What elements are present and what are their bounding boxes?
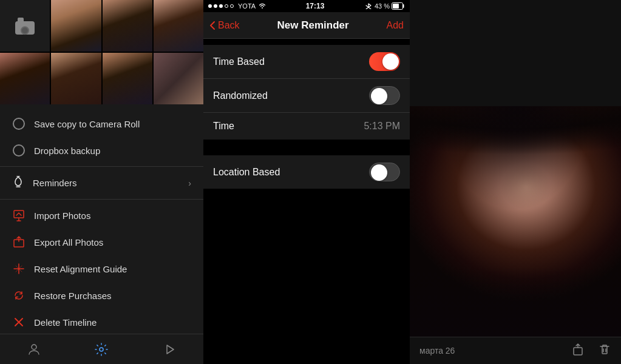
- divider-2: [0, 199, 203, 200]
- import-icon: [12, 209, 25, 222]
- signal-dot-2: [214, 4, 217, 8]
- save-copy-item[interactable]: Save copy to Camera Roll: [0, 110, 203, 137]
- tab-play[interactable]: [151, 337, 188, 362]
- bluetooth-icon: [364, 3, 373, 9]
- signal-dot-3: [219, 4, 223, 8]
- svg-rect-0: [14, 211, 24, 218]
- photo-3[interactable]: [154, 0, 203, 52]
- back-label: Back: [218, 20, 240, 31]
- battery-icon: [392, 2, 405, 10]
- randomized-label: Randomized: [213, 90, 268, 101]
- tab-profile[interactable]: [16, 337, 52, 362]
- reminder-content: Time Based Randomized Time 5:13 PM Locat…: [203, 39, 410, 364]
- wifi-icon: [259, 3, 266, 9]
- time-based-label: Time Based: [213, 56, 265, 67]
- nav-title: New Reminder: [277, 19, 349, 32]
- export-item[interactable]: Export All Photos: [0, 229, 203, 255]
- reset-item[interactable]: Reset Alignment Guide: [0, 255, 203, 282]
- dropbox-item[interactable]: Dropbox backup: [0, 137, 203, 164]
- middle-panel: YOTA 17:13 43 % Back: [203, 0, 410, 364]
- location-based-row: Location Based: [203, 155, 410, 189]
- add-button[interactable]: Add: [387, 20, 404, 31]
- photo-2[interactable]: [103, 0, 152, 52]
- save-copy-checkbox-icon: [12, 117, 25, 130]
- save-copy-label: Save copy to Camera Roll: [34, 119, 140, 129]
- delete-icon: [12, 315, 25, 329]
- bottom-actions: [572, 343, 611, 359]
- nav-bar: Back New Reminder Add: [203, 12, 410, 39]
- signal-dot-4: [225, 4, 228, 8]
- delete-button[interactable]: [598, 343, 611, 359]
- right-top-area: [410, 0, 621, 106]
- reminders-icon: [12, 176, 24, 190]
- time-section: Time Based Randomized Time 5:13 PM: [203, 45, 410, 140]
- export-label: Export All Photos: [34, 237, 103, 248]
- back-button[interactable]: Back: [209, 20, 240, 31]
- photo-grid: [0, 0, 203, 104]
- battery-label: 43 %: [375, 2, 390, 10]
- share-button[interactable]: [572, 343, 586, 359]
- svg-rect-5: [393, 4, 399, 8]
- randomized-toggle[interactable]: [369, 86, 400, 105]
- restore-item[interactable]: Restore Purchases: [0, 282, 203, 309]
- time-based-toggle-knob: [382, 53, 399, 70]
- tab-settings[interactable]: [83, 337, 120, 362]
- right-photo[interactable]: [410, 106, 621, 337]
- reminders-item[interactable]: Reminders ›: [0, 169, 203, 197]
- photo-6[interactable]: [103, 53, 152, 104]
- svg-rect-6: [574, 348, 582, 355]
- dropbox-checkbox-icon: [12, 144, 25, 157]
- carrier-label: YOTA: [238, 2, 256, 10]
- status-bar: YOTA 17:13 43 %: [203, 0, 410, 12]
- randomized-row: Randomized: [203, 79, 410, 113]
- time-label: 17:13: [306, 2, 325, 10]
- restore-label: Restore Purchases: [34, 291, 112, 301]
- time-value: 5:13 PM: [364, 121, 400, 132]
- delete-label: Delete Timeline: [34, 317, 97, 328]
- time-based-row: Time Based: [203, 45, 410, 79]
- time-row[interactable]: Time 5:13 PM: [203, 113, 410, 140]
- tab-bar: [0, 334, 203, 364]
- location-based-toggle-knob: [371, 164, 387, 181]
- location-section: Location Based: [203, 155, 410, 189]
- svg-point-2: [32, 345, 36, 349]
- camera-cell[interactable]: [0, 0, 50, 52]
- signal-dot-1: [208, 4, 212, 8]
- camera-icon: [15, 18, 35, 35]
- randomized-toggle-knob: [371, 88, 387, 104]
- photo-1[interactable]: [51, 0, 101, 52]
- right-bottom-bar: марта 26: [410, 337, 621, 364]
- svg-point-3: [100, 348, 103, 351]
- reset-icon: [12, 262, 25, 275]
- portrait-hair: [410, 106, 621, 187]
- photo-5[interactable]: [51, 53, 101, 104]
- left-panel: Save copy to Camera Roll Dropbox backup …: [0, 0, 203, 364]
- signal-dot-5: [230, 4, 234, 8]
- divider-1: [0, 166, 203, 167]
- delete-item[interactable]: Delete Timeline: [0, 309, 203, 334]
- export-icon: [12, 235, 25, 249]
- import-item[interactable]: Import Photos: [0, 202, 203, 229]
- photo-4[interactable]: [0, 53, 50, 104]
- time-based-toggle[interactable]: [369, 52, 400, 71]
- date-label: марта 26: [419, 346, 455, 356]
- reset-label: Reset Alignment Guide: [34, 264, 127, 274]
- photo-7[interactable]: [154, 53, 203, 104]
- menu-area: Save copy to Camera Roll Dropbox backup …: [0, 104, 203, 334]
- section-gap: [203, 140, 410, 149]
- location-based-label: Location Based: [213, 167, 280, 178]
- back-chevron-icon: [209, 21, 215, 30]
- time-label-row: Time: [213, 121, 234, 132]
- restore-icon: [12, 289, 25, 302]
- import-label: Import Photos: [34, 211, 90, 221]
- dropbox-label: Dropbox backup: [34, 146, 100, 156]
- location-based-toggle[interactable]: [369, 163, 400, 181]
- right-panel: марта 26: [410, 0, 621, 364]
- reminders-chevron: ›: [188, 178, 191, 188]
- reminders-label: Reminders: [33, 178, 77, 188]
